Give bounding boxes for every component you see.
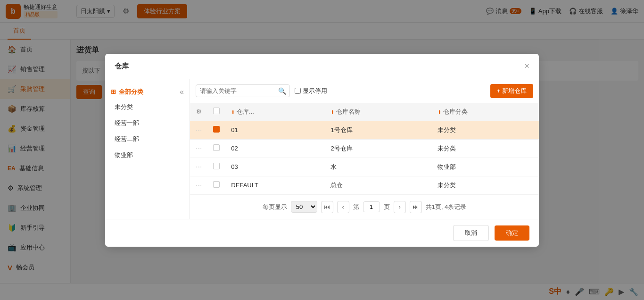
row-check[interactable]	[207, 121, 225, 139]
modal-overlay: 仓库 × ⊞ 全部分类 « 未分类 经营一部	[0, 0, 644, 300]
category-item-ops2[interactable]: 经营二部	[105, 131, 190, 147]
next-page-button[interactable]: ›	[394, 201, 406, 213]
more-icon[interactable]: ···	[196, 181, 202, 189]
more-icon[interactable]: ···	[196, 163, 202, 171]
sort-icon-cat: ⬆	[438, 109, 441, 115]
show-disabled-checkbox[interactable]	[295, 88, 301, 94]
pagination: 每页显示 50 100 ⏮ ‹ 第 页 › ⏭ 共1页, 4条记录	[190, 195, 539, 219]
row-check[interactable]	[207, 176, 225, 194]
row-category: 未分类	[432, 176, 539, 194]
gear-icon[interactable]: ⚙	[196, 108, 202, 115]
row-checkbox[interactable]	[213, 163, 220, 169]
warehouse-table: ⚙ ⬆ 仓库... ⬆	[190, 103, 539, 195]
sort-icon-code: ⬆	[231, 109, 235, 115]
row-checkbox[interactable]	[213, 181, 220, 188]
more-icon[interactable]: ···	[196, 126, 202, 134]
row-code: 03	[225, 158, 325, 176]
row-more[interactable]: ···	[190, 139, 207, 158]
grid-icon: ⊞	[111, 88, 116, 95]
category-item-unclassified[interactable]: 未分类	[105, 99, 190, 115]
col-header-category: ⬆ 仓库分类	[432, 103, 539, 121]
row-code: DEFAULT	[225, 176, 325, 194]
row-check[interactable]	[207, 139, 225, 158]
table-row[interactable]: ··· 02 2号仓库 未分类	[190, 139, 539, 158]
table-row[interactable]: ··· DEFAULT 总仓 未分类	[190, 176, 539, 194]
all-categories[interactable]: ⊞ 全部分类	[111, 88, 143, 96]
last-page-button[interactable]: ⏭	[410, 201, 422, 213]
row-code: 01	[225, 121, 325, 139]
row-name: 2号仓库	[325, 139, 432, 158]
close-button[interactable]: ×	[524, 61, 529, 71]
warehouse-dialog: 仓库 × ⊞ 全部分类 « 未分类 经营一部	[105, 54, 539, 247]
row-more[interactable]: ···	[190, 176, 207, 194]
col-header-name: ⬆ 仓库名称	[325, 103, 432, 121]
category-panel: ⊞ 全部分类 « 未分类 经营一部 经营二部 物业部	[105, 79, 190, 219]
category-item-property[interactable]: 物业部	[105, 147, 190, 163]
category-item-ops1[interactable]: 经营一部	[105, 115, 190, 131]
table-row[interactable]: ··· 03 水 物业部	[190, 158, 539, 176]
col-header-code: ⬆ 仓库...	[225, 103, 325, 121]
per-page-select[interactable]: 50 100	[291, 201, 317, 213]
dialog-header: 仓库 ×	[105, 54, 539, 79]
table-row[interactable]: ··· 01 1号仓库 未分类	[190, 121, 539, 139]
dialog-footer: 取消 确定	[105, 219, 539, 247]
row-code: 02	[225, 139, 325, 158]
search-icon[interactable]: 🔍	[278, 87, 286, 95]
search-wrap: 🔍	[196, 84, 290, 97]
show-disabled-label[interactable]: 显示停用	[295, 87, 327, 95]
category-header: ⊞ 全部分类 «	[105, 85, 190, 99]
row-checkbox[interactable]	[213, 144, 220, 151]
new-warehouse-button[interactable]: + 新增仓库	[490, 84, 533, 98]
row-category: 未分类	[432, 139, 539, 158]
first-page-button[interactable]: ⏮	[321, 201, 333, 213]
search-input[interactable]	[196, 84, 290, 97]
row-name: 1号仓库	[325, 121, 432, 139]
dialog-title: 仓库	[115, 62, 129, 71]
row-name: 水	[325, 158, 432, 176]
row-check[interactable]	[207, 158, 225, 176]
col-header-check	[207, 103, 225, 121]
table-toolbar: 🔍 显示停用 + 新增仓库	[190, 79, 539, 103]
row-category: 未分类	[432, 121, 539, 139]
row-category: 物业部	[432, 158, 539, 176]
col-header-gear: ⚙	[190, 103, 207, 121]
more-icon[interactable]: ···	[196, 144, 202, 152]
confirm-button[interactable]: 确定	[495, 225, 529, 241]
collapse-panel-button[interactable]: «	[180, 88, 184, 96]
prev-page-button[interactable]: ‹	[337, 201, 349, 213]
page-number-input[interactable]	[363, 201, 380, 212]
select-all-checkbox[interactable]	[213, 108, 220, 114]
row-more[interactable]: ···	[190, 158, 207, 176]
table-panel: 🔍 显示停用 + 新增仓库 ⚙	[190, 79, 539, 219]
sort-icon-name: ⬆	[330, 109, 334, 115]
row-checkbox[interactable]	[213, 126, 220, 133]
cancel-button[interactable]: 取消	[453, 225, 489, 241]
dialog-body: ⊞ 全部分类 « 未分类 经营一部 经营二部 物业部	[105, 79, 539, 219]
row-more[interactable]: ···	[190, 121, 207, 139]
row-name: 总仓	[325, 176, 432, 194]
